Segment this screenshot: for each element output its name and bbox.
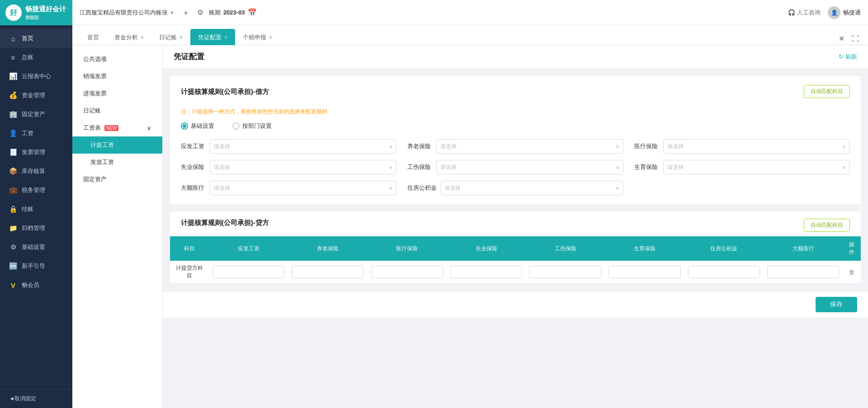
select-shengyu[interactable]: 请选择 ∨ bbox=[663, 160, 850, 174]
select-shiye-placeholder: 请选择 bbox=[214, 164, 230, 171]
expand-button[interactable]: ⛶ bbox=[850, 33, 861, 45]
radio-basic-circle bbox=[181, 122, 188, 130]
cell-dale bbox=[764, 261, 843, 284]
left-menu-journal-label: 日记账 bbox=[83, 107, 101, 115]
auto-match-debit-button[interactable]: 自动匹配科目 bbox=[804, 85, 850, 98]
tab-tax[interactable]: 个税申报 × bbox=[235, 29, 280, 45]
select-shengyu-arrow: ∨ bbox=[842, 164, 846, 170]
input-credit-shengyu[interactable] bbox=[609, 266, 680, 278]
left-menu-pay[interactable]: 发放工资 bbox=[72, 154, 162, 171]
select-shiye[interactable]: 请选择 ∨ bbox=[210, 160, 396, 174]
save-button[interactable]: 保存 bbox=[816, 297, 857, 312]
label-zhufang: 住房公积金 bbox=[407, 184, 437, 192]
cell-subject-name: 计提贷方科目 bbox=[170, 261, 209, 284]
calendar-icon[interactable]: 📅 bbox=[248, 8, 257, 17]
debit-form-grid: 应发工资 请选择 ∨ 养老保险 请选择 ∨ 医疗 bbox=[181, 139, 850, 195]
tab-voucher[interactable]: 凭证配置 × bbox=[190, 29, 235, 45]
input-credit-yiliao[interactable] bbox=[371, 266, 443, 278]
input-credit-gongshang[interactable] bbox=[529, 266, 601, 278]
input-credit-shiye[interactable] bbox=[450, 266, 522, 278]
input-credit-yingfa[interactable] bbox=[212, 266, 284, 278]
settings-gear-icon[interactable]: ⚙ bbox=[197, 8, 203, 17]
sidebar-item-tax[interactable]: 💼 税务管理 bbox=[0, 181, 72, 200]
left-menu-payroll-table[interactable]: 工资表 NEW ∨ bbox=[72, 119, 162, 136]
tab-voucher-close[interactable]: × bbox=[224, 34, 227, 41]
close-tab-button[interactable]: ✕ bbox=[837, 33, 846, 45]
sidebar-item-guide[interactable]: 🆕 新手引导 bbox=[0, 257, 72, 276]
select-zhufang-arrow: ∨ bbox=[616, 185, 619, 191]
th-yiliao: 医疗保险 bbox=[368, 236, 447, 261]
form-item-dale: 大额医疗 请选择 ∨ bbox=[181, 181, 396, 195]
add-company-button[interactable]: ＋ bbox=[180, 7, 192, 18]
company-selector[interactable]: 江西服宝精品有限责任公司内账张 ▼ bbox=[80, 9, 175, 17]
left-menu-journal[interactable]: 日记账 bbox=[72, 102, 162, 119]
guide-icon: 🆕 bbox=[9, 262, 17, 270]
credit-table: 科目 应发工资 养老保险 医疗保险 失业保险 工伤保险 生育保险 住房公积金 大… bbox=[170, 236, 861, 284]
debit-title: 计提核算规则(公司承担)-借方 bbox=[181, 88, 269, 96]
form-item-yingfa: 应发工资 请选择 ∨ bbox=[181, 139, 396, 154]
select-yingfa[interactable]: 请选择 ∨ bbox=[210, 139, 396, 154]
main-area: 江西服宝精品有限责任公司内账张 ▼ ＋ ⚙ 账期 2023-03 📅 🎧 人工咨… bbox=[72, 0, 868, 408]
sidebar-label-reports: 云报表中心 bbox=[22, 72, 51, 80]
left-menu-accrued[interactable]: 计提工资 bbox=[72, 136, 162, 154]
select-yiliao[interactable]: 请选择 ∨ bbox=[663, 139, 850, 154]
th-dale: 大额医疗 bbox=[764, 236, 843, 261]
th-yingfa: 应发工资 bbox=[209, 236, 288, 261]
sidebar-label-invoice: 发票管理 bbox=[22, 148, 45, 156]
refresh-button[interactable]: ↻ 刷新 bbox=[839, 53, 857, 61]
user-menu[interactable]: 👤 畅捷通 bbox=[828, 6, 861, 19]
user-label: 畅捷通 bbox=[843, 9, 861, 17]
tax-icon: 💼 bbox=[9, 186, 17, 194]
select-zhufang-placeholder: 请选择 bbox=[444, 184, 461, 192]
credit-section: 计提核算规则(公司承担)-贷方 自动匹配科目 科目 应发工资 养老保险 医疗保险… bbox=[170, 211, 861, 284]
radio-basic[interactable]: 基础设置 bbox=[181, 122, 214, 130]
close-period-icon: 🔒 bbox=[9, 205, 17, 213]
select-gongshang[interactable]: 请选择 ∨ bbox=[436, 160, 623, 174]
select-zhufang[interactable]: 请选择 ∨ bbox=[440, 181, 623, 195]
left-menu-sales[interactable]: 销项发票 bbox=[72, 68, 162, 85]
sidebar-item-close[interactable]: 🔒 结账 bbox=[0, 200, 72, 219]
avatar-icon: 👤 bbox=[831, 9, 838, 16]
label-yiliao: 医疗保险 bbox=[634, 142, 660, 150]
sidebar-item-home[interactable]: ⌂ 首页 bbox=[0, 29, 72, 48]
sidebar-item-ledger[interactable]: ≡ 总账 bbox=[0, 48, 72, 67]
sidebar-item-reports[interactable]: 📊 云报表中心 bbox=[0, 67, 72, 86]
auto-match-credit-button[interactable]: 自动匹配科目 bbox=[804, 219, 850, 232]
select-yanglao[interactable]: 请选择 ∨ bbox=[436, 139, 623, 154]
sidebar-item-vip[interactable]: V 畅会员 bbox=[0, 276, 72, 295]
input-credit-zhufang[interactable] bbox=[688, 266, 760, 278]
sidebar-item-salary[interactable]: 👤 工资 bbox=[0, 124, 72, 143]
sidebar-nav: ⌂ 首页 ≡ 总账 📊 云报表中心 💰 资金管理 🏢 固定资产 👤 工资 🧾 发… bbox=[0, 25, 72, 389]
select-dale[interactable]: 请选择 ∨ bbox=[210, 181, 396, 195]
sidebar-item-fixed[interactable]: 🏢 固定资产 bbox=[0, 105, 72, 124]
fund-icon: 💰 bbox=[9, 91, 17, 99]
input-credit-dale[interactable] bbox=[767, 266, 839, 278]
invoice-icon: 🧾 bbox=[9, 148, 17, 156]
app-name: 畅捷通好会计 bbox=[25, 5, 66, 14]
home-icon: ⌂ bbox=[9, 35, 17, 42]
sidebar-item-settings[interactable]: ⚙ 基础设置 bbox=[0, 238, 72, 257]
service-button[interactable]: 🎧 人工咨询 bbox=[788, 9, 821, 17]
select-dale-placeholder: 请选择 bbox=[214, 184, 230, 192]
tab-tax-close[interactable]: × bbox=[269, 34, 272, 41]
left-menu-purchase[interactable]: 进项发票 bbox=[72, 85, 162, 102]
sidebar-item-fund[interactable]: 💰 资金管理 bbox=[0, 86, 72, 105]
avatar: 👤 bbox=[828, 6, 840, 19]
radio-dept[interactable]: 按部门设置 bbox=[232, 122, 272, 130]
tab-fund[interactable]: 资金分析 × bbox=[107, 29, 151, 45]
sidebar-item-archive[interactable]: 📁 归档管理 bbox=[0, 219, 72, 238]
tab-journal[interactable]: 日记账 × bbox=[151, 29, 190, 45]
sidebar-label-archive: 归档管理 bbox=[22, 224, 45, 232]
debit-note: 注：只能选择一种方式，系统将按照您当前的选择来配置规则 bbox=[181, 108, 850, 116]
tab-home[interactable]: 首页 bbox=[80, 29, 107, 45]
input-credit-yanglao[interactable] bbox=[292, 266, 363, 278]
cancel-fixed[interactable]: ◄取消固定 bbox=[0, 389, 72, 408]
th-yanglao: 养老保险 bbox=[288, 236, 367, 261]
tab-fund-close[interactable]: × bbox=[141, 34, 144, 41]
left-menu-fixed-assets[interactable]: 固定资产 bbox=[72, 171, 162, 188]
sidebar-item-inventory[interactable]: 📦 库存核算 bbox=[0, 162, 72, 181]
delete-row-icon[interactable]: 🗑 bbox=[849, 268, 855, 276]
sidebar-item-invoice[interactable]: 🧾 发票管理 bbox=[0, 143, 72, 162]
tab-journal-close[interactable]: × bbox=[179, 34, 183, 41]
left-menu-public[interactable]: 公共选项 bbox=[72, 51, 162, 68]
